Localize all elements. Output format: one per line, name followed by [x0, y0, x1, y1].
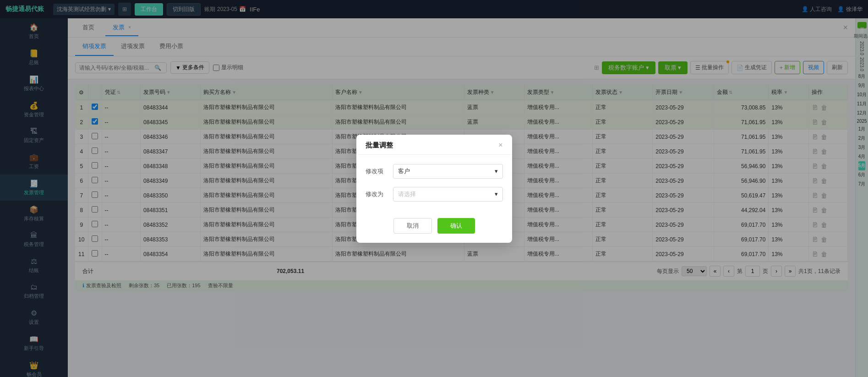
modal-cancel-btn[interactable]: 取消 [393, 218, 432, 234]
form-row-change: 修改为 请选择 ▾ [366, 187, 503, 202]
field-select[interactable]: 客户 ▾ [393, 164, 503, 179]
form-row-field: 修改项 客户 ▾ [366, 164, 503, 179]
modal-close-btn[interactable]: × [498, 141, 502, 149]
field-value: 客户 [398, 167, 410, 175]
modal-confirm-btn[interactable]: 确认 [437, 218, 475, 234]
modal-footer: 取消 确认 [356, 214, 512, 243]
modal-title: 批量调整 [366, 141, 393, 150]
change-label: 修改为 [366, 190, 393, 198]
modal-body: 修改项 客户 ▾ 修改为 请选择 ▾ [356, 155, 512, 214]
change-placeholder: 请选择 [398, 190, 416, 198]
modal-header: 批量调整 × [356, 135, 512, 155]
field-label: 修改项 [366, 167, 393, 175]
modal-overlay[interactable]: 批量调整 × 修改项 客户 ▾ 修改为 请选择 ▾ 取消 确认 [0, 0, 868, 377]
change-dropdown-icon: ▾ [495, 191, 498, 197]
field-dropdown-icon: ▾ [495, 168, 498, 175]
change-select[interactable]: 请选择 ▾ [393, 187, 503, 202]
batch-adjust-modal: 批量调整 × 修改项 客户 ▾ 修改为 请选择 ▾ 取消 确认 [356, 135, 512, 243]
